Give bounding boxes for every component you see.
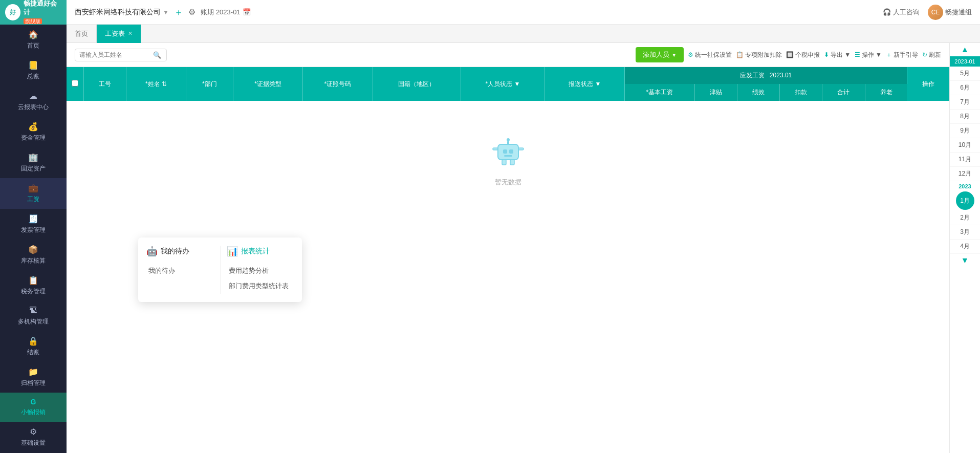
month-12[interactable]: 12月	[950, 167, 980, 181]
special-deduction-button[interactable]: 📋 专项附加扣除	[736, 51, 782, 59]
month-10[interactable]: 10月	[950, 138, 980, 153]
export-button[interactable]: ⬇ 导出 ▼	[824, 51, 851, 59]
tab-home[interactable]: 首页	[67, 25, 97, 43]
operation-label: 操作	[862, 51, 874, 59]
support-button[interactable]: 🎧 人工咨询	[883, 8, 920, 17]
popup-col2-header: 📊 报表统计	[227, 246, 294, 257]
social-security-label: 统一社保设置	[695, 51, 732, 59]
month-11[interactable]: 11月	[950, 153, 980, 167]
company-selector[interactable]: 西安虾米网络科技有限公司 ▼	[75, 8, 169, 17]
th-pension: 养老	[865, 84, 907, 101]
sidebar-item-closing[interactable]: 🔒结账	[0, 331, 67, 362]
th-id-num: *证照号码	[303, 67, 373, 101]
xiaochang-icon: G	[31, 398, 36, 406]
guide-label: 新手引导	[894, 51, 918, 59]
sidebar-item-multi[interactable]: 🏗多机构管理	[0, 301, 67, 331]
sidebar-label-basic: 基础设置	[21, 439, 46, 447]
refresh-button[interactable]: ↻ 刷新	[922, 51, 941, 59]
user-menu[interactable]: CE 畅捷通组	[928, 5, 972, 20]
month-3[interactable]: 3月	[950, 225, 980, 240]
sidebar-item-archive[interactable]: 📁归档管理	[0, 362, 67, 393]
month-nav-down[interactable]: ▼	[950, 254, 980, 267]
sidebar-item-funds[interactable]: 💰资金管理	[0, 117, 67, 147]
reports-icon: ☁	[29, 91, 37, 101]
month-9[interactable]: 9月	[950, 124, 980, 138]
dropdown-popup: 🤖 我的待办 我的待办 📊 报表统计 费用趋势分析	[138, 238, 302, 302]
month-4[interactable]: 4月	[950, 240, 980, 254]
sidebar-label-reports: 云报表中心	[18, 103, 49, 112]
sidebar-item-inventory[interactable]: 📦库存核算	[0, 240, 67, 270]
popup-columns: 🤖 我的待办 我的待办 📊 报表统计 费用趋势分析	[146, 246, 294, 294]
ledger-icon: 📒	[28, 60, 38, 70]
th-country: 国籍（地区）	[373, 67, 461, 101]
popup-col-reports: 📊 报表统计 费用趋势分析 部门费用类型统计表	[227, 246, 294, 294]
month-1-active[interactable]: 1月	[956, 191, 974, 210]
mywork-icon: 🤖	[146, 246, 158, 257]
personal-tax-button[interactable]: 🔲 个税申报	[786, 51, 820, 59]
operation-button[interactable]: ☰ 操作 ▼	[855, 51, 882, 59]
app-logo[interactable]: 好 畅捷通好会计 旗舰版	[0, 0, 67, 25]
sidebar-label-inventory: 库存核算	[21, 256, 46, 265]
sidebar-item-home[interactable]: 🏠首页	[0, 25, 67, 55]
multi-icon: 🏗	[29, 306, 37, 315]
month-8[interactable]: 8月	[950, 110, 980, 124]
sidebar-item-invoice[interactable]: 🧾发票管理	[0, 209, 67, 240]
sidebar-label-ledger: 总账	[27, 72, 39, 81]
basic-icon: ⚙	[30, 427, 37, 437]
sidebar-item-tax[interactable]: 📋税务管理	[0, 270, 67, 301]
th-base-salary: *基本工资	[625, 84, 694, 101]
sidebar-item-xiaochang[interactable]: G小畅报销	[0, 393, 67, 422]
popup-item-dept-cost-label: 部门费用类型统计表	[229, 282, 289, 290]
popup-item-dept-cost[interactable]: 部门费用类型统计表	[227, 278, 294, 294]
tab-salary-label: 工资表	[105, 29, 125, 38]
sidebar-item-ledger[interactable]: 📒总账	[0, 55, 67, 86]
svg-rect-8	[502, 160, 506, 165]
tab-home-label: 首页	[75, 29, 88, 38]
select-all-checkbox[interactable]	[72, 80, 78, 87]
add-company-button[interactable]: ＋	[174, 6, 183, 18]
sidebar-item-reports[interactable]: ☁云报表中心	[0, 86, 67, 117]
personal-tax-icon: 🔲	[786, 51, 794, 58]
svg-rect-9	[510, 160, 514, 165]
empty-text: 暂无数据	[495, 178, 521, 187]
th-status: *人员状态 ▼	[461, 67, 545, 101]
guide-button[interactable]: ＋ 新手引导	[886, 51, 918, 59]
popup-item-mywork[interactable]: 我的待办	[146, 263, 214, 278]
sidebar-item-basic[interactable]: ⚙基础设置	[0, 422, 67, 452]
logo-text: 畅捷通好会计	[24, 0, 61, 17]
th-bonus: 绩效	[737, 84, 779, 101]
month-7[interactable]: 7月	[950, 95, 980, 110]
popup-item-cost-trend[interactable]: 费用趋势分析	[227, 263, 294, 278]
month-5[interactable]: 5月	[950, 67, 980, 81]
settings-button[interactable]: ⚙	[188, 7, 195, 17]
inventory-icon: 📦	[28, 245, 38, 254]
operation-icon: ☰	[855, 51, 860, 58]
month-2[interactable]: 2月	[950, 211, 980, 225]
svg-point-5	[507, 138, 510, 141]
svg-rect-0	[498, 144, 518, 160]
empty-icon	[488, 132, 529, 172]
topbar-right: 🎧 人工咨询 CE 畅捷通组	[883, 5, 972, 20]
sidebar-label-invoice: 发票管理	[21, 226, 46, 234]
tab-salary[interactable]: 工资表 ✕	[97, 25, 141, 43]
sidebar-label-assets: 固定资产	[21, 164, 46, 173]
sidebar-item-salary[interactable]: 💼工资	[0, 178, 67, 209]
export-label: 导出	[831, 51, 843, 59]
sidebar-label-closing: 结账	[27, 348, 39, 357]
month-sidebar: ▲ 2023-01 5月 6月 7月 8月 9月 10月 11月 12月 202…	[949, 43, 980, 453]
search-icon[interactable]: 🔍	[153, 51, 161, 59]
social-security-button[interactable]: ⚙ 统一社保设置	[688, 51, 732, 59]
logo-icon: 好	[5, 4, 20, 20]
calendar-icon[interactable]: 📅	[243, 8, 251, 16]
th-total: 合计	[822, 84, 865, 101]
month-nav-up[interactable]: ▲	[950, 43, 980, 56]
month-6[interactable]: 6月	[950, 81, 980, 95]
sidebar-item-assets[interactable]: 🏢固定资产	[0, 147, 67, 178]
empty-state: 暂无数据	[67, 101, 949, 218]
social-security-icon: ⚙	[688, 51, 693, 58]
sidebar-label-tax: 税务管理	[21, 287, 46, 296]
add-person-button[interactable]: 添加人员 ▼	[636, 47, 684, 62]
search-input[interactable]	[79, 51, 151, 58]
tab-salary-close[interactable]: ✕	[128, 30, 133, 37]
month-year-label[interactable]: 2023-01	[950, 56, 980, 67]
